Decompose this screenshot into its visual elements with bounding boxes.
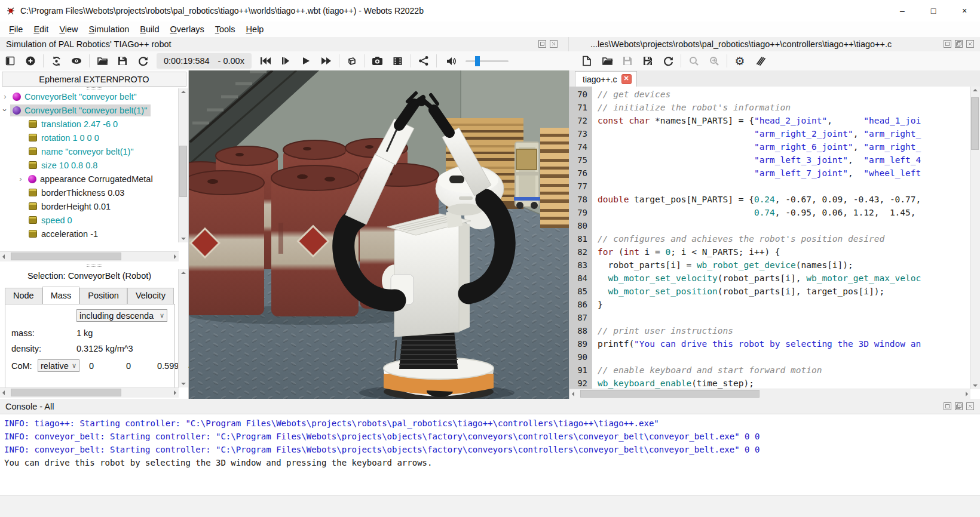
menu-view[interactable]: View bbox=[54, 23, 83, 35]
scene-tree[interactable]: ›ConveyorBelt "conveyor belt"›ConveyorBe… bbox=[0, 90, 178, 242]
tree-item-label: name "conveyor belt(1)" bbox=[41, 147, 134, 156]
reload-world-icon[interactable] bbox=[133, 53, 153, 69]
cube-icon bbox=[29, 161, 37, 169]
float-dock-icon[interactable] bbox=[538, 40, 546, 48]
maximize-button[interactable]: □ bbox=[918, 0, 949, 21]
volume-slider[interactable] bbox=[466, 60, 509, 62]
tree-item-label: ConveyorBelt "conveyor belt" bbox=[24, 92, 137, 101]
tree-item[interactable]: translation 2.47 -6 0 bbox=[0, 117, 178, 131]
density-label: density: bbox=[11, 344, 76, 353]
3d-viewport[interactable] bbox=[189, 70, 569, 399]
save-world-icon[interactable] bbox=[112, 53, 133, 69]
save-as-icon[interactable] bbox=[638, 53, 658, 69]
restore-dock-icon[interactable] bbox=[955, 402, 963, 410]
com-mode-dropdown[interactable]: relative∨ bbox=[38, 359, 79, 372]
tab-position[interactable]: Position bbox=[79, 288, 127, 304]
menu-build[interactable]: Build bbox=[134, 23, 164, 35]
tree-item[interactable]: speed 0 bbox=[0, 213, 178, 227]
console-output[interactable]: INFO: tiago++: Starting controller: "C:\… bbox=[0, 414, 980, 496]
editor-tab[interactable]: tiago++.c ✕ bbox=[575, 71, 637, 87]
expander-icon[interactable]: › bbox=[1, 105, 10, 115]
step-icon[interactable] bbox=[275, 53, 296, 69]
tree-item[interactable]: ›ConveyorBelt "conveyor belt(1)" bbox=[0, 103, 178, 117]
editor-dock-header: ...les\Webots\projects\robots\pal_roboti… bbox=[569, 37, 980, 51]
new-file-icon[interactable] bbox=[577, 53, 597, 69]
line-number: 72 bbox=[569, 116, 591, 129]
tree-item[interactable]: ›appearance CorrugatedMetal bbox=[0, 172, 178, 186]
tree-item[interactable]: borderHeight 0.01 bbox=[0, 199, 178, 213]
share-icon[interactable] bbox=[414, 53, 434, 69]
open-world-icon[interactable] bbox=[92, 53, 112, 69]
play-icon[interactable] bbox=[296, 53, 316, 69]
reset-simulation-icon[interactable] bbox=[46, 53, 66, 69]
cube-icon bbox=[29, 202, 37, 210]
console-header: Console - All bbox=[0, 399, 980, 414]
perspective-cube-icon[interactable] bbox=[342, 53, 362, 69]
menu-tools[interactable]: Tools bbox=[210, 23, 241, 35]
expander-icon[interactable]: › bbox=[16, 174, 26, 183]
close-button[interactable]: × bbox=[949, 0, 980, 21]
selection-horizontal-scrollbar[interactable] bbox=[0, 387, 179, 398]
menu-overlays[interactable]: Overlays bbox=[165, 23, 210, 35]
console-panel: Console - All INFO: tiago++: Starting co… bbox=[0, 399, 980, 517]
restore-dock-icon[interactable] bbox=[955, 40, 963, 48]
tree-item[interactable]: size 10 0.8 0.8 bbox=[0, 158, 178, 172]
com-y: 0 bbox=[126, 361, 157, 371]
volume-slider-handle[interactable] bbox=[475, 56, 480, 66]
find-replace-icon[interactable] bbox=[704, 53, 724, 69]
close-dock-icon[interactable] bbox=[966, 402, 974, 410]
sim-time: 0:00:19:584 bbox=[164, 56, 210, 66]
tree-item[interactable]: rotation 1 0 0 0 bbox=[0, 131, 178, 144]
tab-mass[interactable]: Mass bbox=[42, 287, 80, 304]
tree-vertical-scrollbar[interactable] bbox=[178, 88, 188, 242]
menu-help[interactable]: Help bbox=[241, 23, 270, 35]
minimize-button[interactable]: – bbox=[887, 0, 918, 21]
scene-tree-panel: Ephemeral EXTERNPROTO ›ConveyorBelt "con… bbox=[0, 70, 189, 399]
close-dock-icon[interactable] bbox=[966, 40, 974, 48]
render-view-icon[interactable] bbox=[66, 53, 87, 69]
code-area[interactable]: 7071727374757677787980818283848586878889… bbox=[569, 87, 970, 389]
code-line: // configures and achieves the robot's p… bbox=[598, 234, 970, 247]
tree-item-label: borderThickness 0.03 bbox=[41, 188, 124, 198]
preferences-gear-icon[interactable]: ⚙ bbox=[730, 53, 750, 69]
find-icon[interactable] bbox=[684, 53, 704, 69]
tree-item[interactable]: ›ConveyorBelt "conveyor belt" bbox=[0, 90, 178, 103]
menu-edit[interactable]: Edit bbox=[28, 23, 54, 35]
fast-forward-icon[interactable] bbox=[316, 53, 336, 69]
selection-title: Selection: ConveyorBelt (Robot) bbox=[0, 269, 179, 282]
revert-file-icon[interactable] bbox=[658, 53, 678, 69]
movie-icon[interactable] bbox=[388, 53, 408, 69]
tab-close-icon[interactable]: ✕ bbox=[621, 74, 632, 84]
editor-tab-label: tiago++.c bbox=[583, 75, 617, 84]
toggle-dock-icon[interactable] bbox=[0, 53, 20, 69]
tab-velocity[interactable]: Velocity bbox=[127, 288, 174, 304]
syntax-highlight-icon[interactable] bbox=[750, 53, 770, 69]
expander-icon[interactable]: › bbox=[0, 92, 10, 101]
selection-vertical-scrollbar[interactable] bbox=[178, 269, 188, 387]
add-node-icon[interactable] bbox=[20, 53, 41, 69]
close-dock-icon[interactable] bbox=[550, 40, 558, 48]
code-line: wb_keyboard_enable(time_step); bbox=[598, 378, 970, 389]
float-dock-icon[interactable] bbox=[944, 402, 951, 410]
editor-vertical-scrollbar[interactable] bbox=[970, 87, 980, 389]
tree-item[interactable]: name "conveyor belt(1)" bbox=[0, 144, 178, 158]
menu-file[interactable]: File bbox=[4, 23, 28, 35]
tree-item[interactable]: borderThickness 0.03 bbox=[0, 186, 178, 199]
screenshot-icon[interactable] bbox=[368, 53, 388, 69]
tree-item[interactable]: acceleration -1 bbox=[0, 227, 178, 241]
skip-back-icon[interactable] bbox=[255, 53, 275, 69]
main-toolbar: 0:00:19:584 - 0.00x ⚙ bbox=[0, 51, 980, 71]
ephemeral-externproto-button[interactable]: Ephemeral EXTERNPROTO bbox=[2, 72, 186, 87]
save-file-icon[interactable] bbox=[617, 53, 638, 69]
splitter-grip[interactable] bbox=[87, 264, 102, 267]
editor-horizontal-scrollbar[interactable] bbox=[569, 389, 970, 399]
open-file-icon[interactable] bbox=[597, 53, 617, 69]
menu-simulation[interactable]: Simulation bbox=[84, 23, 135, 35]
line-number: 83 bbox=[569, 260, 591, 273]
tab-node[interactable]: Node bbox=[5, 288, 42, 304]
float-dock-icon[interactable] bbox=[944, 40, 951, 48]
mass-mode-dropdown[interactable]: including descenda∨ bbox=[76, 309, 167, 322]
tree-horizontal-scrollbar[interactable] bbox=[0, 251, 179, 261]
sound-icon[interactable] bbox=[442, 53, 462, 69]
scene-dock-title: Simulation of PAL Robotics' TIAGo++ robo… bbox=[6, 39, 172, 49]
